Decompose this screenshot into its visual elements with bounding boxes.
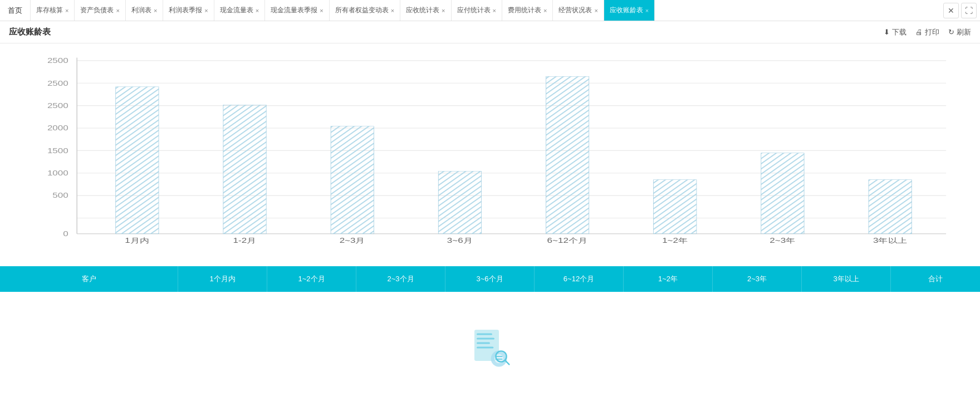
bar-chart: 2500 2500 2500 2000 1500 1000 500 0 1月内 …	[17, 55, 963, 255]
close-window-button[interactable]: ✕	[943, 3, 959, 18]
page-header: 应收账龄表 ⬇ 下载 🖨 打印 ↻ 刷新	[0, 21, 980, 43]
tab-ap-stats[interactable]: 应付统计表 ×	[452, 0, 502, 21]
svg-text:1月内: 1月内	[125, 237, 149, 244]
tab-ar-aging[interactable]: 应收账龄表 ×	[604, 0, 655, 21]
svg-rect-32	[477, 346, 493, 348]
main-content: 2500 2500 2500 2000 1500 1000 500 0 1月内 …	[0, 43, 980, 401]
refresh-label: 刷新	[957, 27, 971, 37]
download-button[interactable]: ⬇ 下载	[884, 27, 906, 37]
tab-close-icon[interactable]: ×	[645, 7, 649, 14]
bar-2-3月	[331, 126, 374, 234]
tab-close-icon[interactable]: ×	[391, 7, 394, 14]
bar-1-2月	[223, 105, 266, 234]
tab-bar: 首页 库存核算 ×资产负债表 ×利润表 ×利润表季报 ×现金流量表 ×现金流量表…	[0, 0, 980, 21]
table-header-cell: 合计	[891, 266, 980, 292]
header-actions: ⬇ 下载 🖨 打印 ↻ 刷新	[884, 27, 971, 37]
empty-icon	[462, 325, 518, 370]
table-header-cell: 2~3个月	[356, 266, 445, 292]
svg-text:2500: 2500	[47, 102, 68, 109]
bar-6-12月	[546, 76, 589, 234]
svg-text:1-2月: 1-2月	[233, 237, 257, 244]
table-header-cell: 6~12个月	[535, 266, 624, 292]
tab-close-icon[interactable]: ×	[116, 7, 119, 14]
table-header-cell: 2~3年	[713, 266, 802, 292]
svg-text:3~6月: 3~6月	[447, 237, 473, 244]
tab-close-icon[interactable]: ×	[493, 7, 496, 14]
svg-text:500: 500	[52, 192, 68, 199]
tab-cashflow-quarterly[interactable]: 现金流量表季报 ×	[265, 0, 329, 21]
svg-text:2500: 2500	[47, 80, 68, 87]
tab-label: 现金流量表	[220, 6, 253, 15]
tab-close-icon[interactable]: ×	[442, 7, 445, 14]
svg-text:2~3月: 2~3月	[340, 237, 365, 244]
svg-text:6~12个月: 6~12个月	[547, 237, 588, 244]
tab-label: 应收统计表	[406, 6, 439, 15]
home-label: 首页	[8, 6, 22, 16]
chart-area: 2500 2500 2500 2000 1500 1000 500 0 1月内 …	[0, 43, 980, 266]
refresh-icon: ↻	[948, 28, 954, 36]
print-label: 打印	[925, 27, 939, 37]
tab-close-icon[interactable]: ×	[65, 7, 68, 14]
table-header-cell: 1~2年	[624, 266, 713, 292]
tab-home[interactable]: 首页	[0, 0, 31, 21]
svg-text:2~3年: 2~3年	[770, 237, 795, 244]
table-header: 客户1个月内1~2个月2~3个月3~6个月6~12个月1~2年2~3年3年以上合…	[0, 266, 980, 292]
tab-cashflow[interactable]: 现金流量表 ×	[214, 0, 265, 21]
svg-rect-30	[477, 338, 494, 339]
svg-rect-31	[477, 342, 490, 344]
bar-3年以上	[869, 180, 912, 234]
tab-equity[interactable]: 所有者权益变动表 ×	[330, 0, 400, 21]
svg-text:1000: 1000	[47, 169, 68, 177]
bar-2-3年	[761, 153, 804, 234]
tab-inventory[interactable]: 库存核算 ×	[31, 0, 75, 21]
tab-close-icon[interactable]: ×	[256, 7, 259, 14]
table-header-cell: 3年以上	[802, 266, 891, 292]
tab-close-icon[interactable]: ×	[594, 7, 597, 14]
tab-balance-sheet[interactable]: 资产负债表 ×	[75, 0, 125, 21]
tab-close-icon[interactable]: ×	[154, 7, 157, 14]
tab-label: 费用统计表	[508, 6, 541, 15]
tab-label: 利润表季报	[169, 6, 202, 15]
tab-controls: ✕ ⛶	[943, 3, 980, 18]
tab-ar-stats[interactable]: 应收统计表 ×	[400, 0, 451, 21]
tab-close-icon[interactable]: ×	[204, 7, 208, 14]
tab-close-icon[interactable]: ×	[543, 7, 547, 14]
tab-label: 现金流量表季报	[271, 6, 317, 15]
tab-profit[interactable]: 利润表 ×	[126, 0, 163, 21]
tab-label: 资产负债表	[80, 6, 114, 15]
print-icon: 🖨	[915, 28, 923, 36]
svg-rect-29	[477, 333, 492, 335]
download-icon: ⬇	[884, 28, 890, 36]
table-header-cell: 3~6个月	[445, 266, 535, 292]
tab-expense-stats[interactable]: 费用统计表 ×	[502, 0, 553, 21]
table-header-cell: 客户	[0, 266, 178, 292]
svg-text:2000: 2000	[47, 125, 68, 132]
tab-close-icon[interactable]: ×	[320, 7, 323, 14]
bar-1-2年	[654, 180, 697, 234]
refresh-button[interactable]: ↻ 刷新	[948, 27, 971, 37]
tab-label: 应收账龄表	[610, 6, 643, 15]
svg-text:1~2年: 1~2年	[662, 237, 688, 244]
tab-operations[interactable]: 经营状况表 ×	[553, 0, 604, 21]
print-button[interactable]: 🖨 打印	[915, 27, 939, 37]
tab-label: 库存核算	[36, 6, 63, 15]
table-header-cell: 1~2个月	[267, 266, 356, 292]
svg-text:0: 0	[63, 231, 68, 238]
svg-text:1500: 1500	[47, 147, 68, 154]
tab-profit-quarterly[interactable]: 利润表季报 ×	[163, 0, 214, 21]
page-title: 应收账龄表	[9, 27, 51, 37]
tab-label: 所有者权益变动表	[335, 6, 389, 15]
tab-label: 经营状况表	[558, 6, 592, 15]
bar-1月内	[116, 87, 159, 234]
table-header-cell: 1个月内	[178, 266, 267, 292]
svg-text:2500: 2500	[47, 57, 68, 65]
empty-state	[0, 292, 980, 401]
download-label: 下载	[892, 27, 906, 37]
fullscreen-button[interactable]: ⛶	[961, 3, 977, 18]
svg-text:3年以上: 3年以上	[873, 237, 907, 244]
bar-3-6月	[438, 171, 481, 233]
tab-label: 利润表	[131, 6, 151, 15]
tab-label: 应付统计表	[457, 6, 491, 15]
